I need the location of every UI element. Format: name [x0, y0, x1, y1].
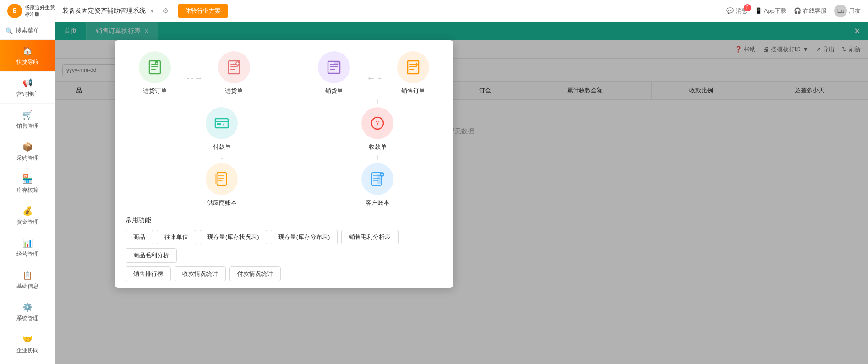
online-service-btn[interactable]: 🎧 在线客服 [794, 7, 827, 15]
cf-btn-sales-gross[interactable]: 销售毛利分析表 [341, 230, 399, 244]
sidebar-item-guide[interactable]: 🎯 新手引导 [0, 360, 55, 364]
svg-text:￥: ￥ [374, 120, 381, 127]
content-area: 首页 销售订单执行表 ✕ ✕ ❓ 帮助 🖨 按模板打印 ▼ ↗ 导出 [55, 22, 868, 364]
system-title-area: 装备及固定资产辅助管理系统 ▼ ⚙ 体验行业方案 [62, 4, 726, 18]
sidebar-item-marketing[interactable]: 📢 营销推广 [0, 72, 55, 104]
avatar: Ea [834, 5, 847, 17]
cf-btn-payment-stat[interactable]: 付款情况统计 [229, 266, 281, 281]
home-icon: 🏠 [22, 45, 33, 56]
sidebar-item-quick-nav[interactable]: 🏠 快捷导航 [0, 40, 55, 72]
payment-bill-icon: ￥ [206, 107, 238, 139]
message-icon: 💬 [726, 7, 734, 14]
node-payment-bill[interactable]: ￥ 付款单 [190, 107, 254, 151]
user-menu[interactable]: Ea 用友 [834, 5, 861, 17]
cf-btn-sales-rank[interactable]: 销售排行榜 [126, 266, 171, 281]
node-sales-order[interactable]: 销售订单 [384, 51, 442, 95]
cf-btn-counterpart[interactable]: 往来单位 [157, 230, 196, 244]
sales-order-icon [397, 51, 429, 83]
sidebar: 🔍 搜索菜单 🏠 快捷导航 📢 营销推广 🛒 销售管理 📦 采购管理 🏪 库存核… [0, 22, 55, 364]
quick-nav-modal: 进货订单 - - → 进货单 [115, 40, 453, 288]
svg-rect-11 [217, 173, 226, 185]
system-title: 装备及固定资产辅助管理系统 [62, 7, 146, 15]
message-btn[interactable]: 💬 5 消息 [726, 7, 748, 15]
logo-area: 6 畅康通好生意 标准版 [7, 4, 62, 18]
basic-info-icon: 📋 [22, 270, 33, 281]
sidebar-item-purchase[interactable]: 📦 采购管理 [0, 136, 55, 168]
system-dropdown-icon[interactable]: ▼ [149, 8, 155, 14]
sidebar-item-enterprise[interactable]: 🤝 企业协同 [0, 328, 55, 360]
cf-btn-receipt-stat[interactable]: 收款情况统计 [175, 266, 226, 281]
node-purchase-bill[interactable]: 进货单 [205, 51, 263, 95]
sidebar-item-finance[interactable]: 💰 资金管理 [0, 200, 55, 232]
phone-icon: 📱 [755, 7, 762, 14]
brand-text: 畅康通好生意 标准版 [25, 4, 55, 17]
cf-btn-product-gross[interactable]: 商品毛利分析 [126, 248, 177, 263]
node-receipt-bill[interactable]: ￥ 收款单 [345, 107, 409, 151]
sidebar-item-operations[interactable]: 📊 经营管理 [0, 232, 55, 264]
operations-icon: 📊 [22, 238, 33, 249]
sidebar-item-sales[interactable]: 🛒 销售管理 [0, 104, 55, 136]
cf-btn-stock-dist[interactable]: 现存量(库存分布表) [271, 230, 338, 244]
common-functions-title: 常用功能 [126, 216, 442, 224]
cf-buttons-row2: 销售排行榜 收款情况统计 付款情况统计 [126, 266, 442, 281]
app-download-btn[interactable]: 📱 App下载 [755, 7, 786, 15]
sales-bill-icon [318, 51, 350, 83]
receipt-bill-icon: ￥ [361, 107, 393, 139]
experience-btn[interactable]: 体验行业方案 [178, 4, 228, 18]
search-menu-btn[interactable]: 🔍 搜索菜单 [0, 22, 55, 40]
settings-icon[interactable]: ⚙ [162, 6, 169, 15]
svg-rect-7 [217, 123, 221, 125]
sidebar-item-inventory[interactable]: 🏪 库存核算 [0, 168, 55, 200]
common-functions: 常用功能 商品 往来单位 现存量(库存状况表) 现存量(库存分布表) 销售毛利分… [126, 216, 442, 281]
header-right: 💬 5 消息 📱 App下载 🎧 在线客服 Ea 用友 [726, 5, 861, 17]
purchase-icon: 📦 [22, 141, 33, 152]
main-layout: 🔍 搜索菜单 🏠 快捷导航 📢 营销推广 🛒 销售管理 📦 采购管理 🏪 库存核… [0, 22, 868, 364]
finance-icon: 💰 [22, 206, 33, 217]
message-badge: 5 [744, 4, 751, 11]
svg-rect-4 [334, 61, 339, 65]
node-sales-bill[interactable]: 销货单 [305, 51, 363, 95]
svg-text:￥: ￥ [222, 123, 225, 127]
sidebar-item-basic-info[interactable]: 📋 基础信息 [0, 264, 55, 296]
node-purchase-order[interactable]: 进货订单 [126, 51, 184, 95]
node-supplier-ledger[interactable]: 供应商账本 [190, 163, 254, 207]
cf-buttons: 商品 往来单位 现存量(库存状况表) 现存量(库存分布表) 销售毛利分析表 商品… [126, 230, 442, 263]
sales-icon: 🛒 [22, 109, 33, 120]
purchase-bill-icon [218, 51, 250, 83]
node-customer-ledger[interactable]: 客户账本 [345, 163, 409, 207]
marketing-icon: 📢 [22, 77, 33, 88]
inventory-icon: 🏪 [22, 174, 33, 185]
system-icon: ⚙️ [22, 302, 33, 313]
cf-btn-stock-status[interactable]: 现存量(库存状况表) [200, 230, 267, 244]
logo-icon: 6 [7, 4, 22, 18]
customer-ledger-icon [361, 163, 393, 195]
top-header: 6 畅康通好生意 标准版 装备及固定资产辅助管理系统 ▼ ⚙ 体验行业方案 💬 … [0, 0, 868, 22]
modal-overlay[interactable]: 进货订单 - - → 进货单 [55, 22, 868, 364]
enterprise-icon: 🤝 [22, 334, 33, 345]
svg-rect-12 [215, 174, 218, 184]
cf-btn-product[interactable]: 商品 [126, 230, 153, 244]
search-icon: 🔍 [5, 27, 13, 34]
supplier-ledger-icon [206, 163, 238, 195]
headset-icon: 🎧 [794, 7, 801, 14]
purchase-order-icon [139, 51, 171, 83]
sidebar-item-system[interactable]: ⚙️ 系统管理 [0, 296, 55, 328]
